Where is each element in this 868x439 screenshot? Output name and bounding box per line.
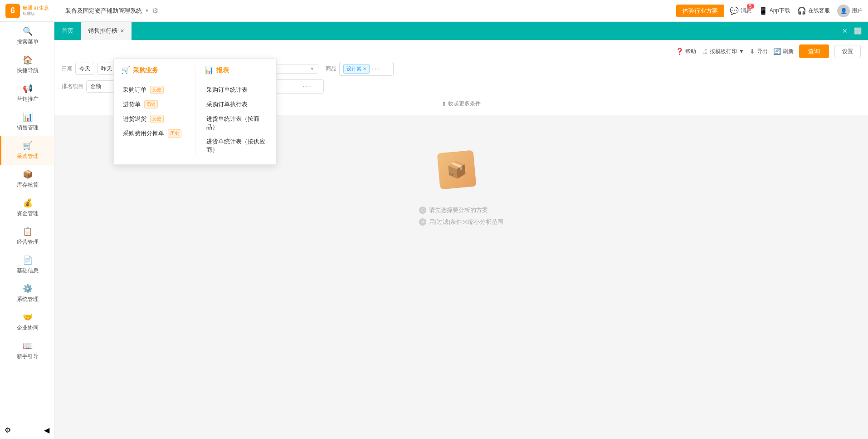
tab-maximize-icon[interactable]: ⬜ [852,25,863,36]
sidebar-item-guide-label: 新手引导 [17,353,39,360]
sidebar-item-guide[interactable]: 📖 新手引导 [0,336,54,365]
system-title-text: 装备及固定资产辅助管理系统 [65,7,142,15]
collapse-chevron-icon: ⬆ [442,101,446,107]
top-header: 6 畅通·好生意 标准版 装备及固定资产辅助管理系统 ▼ ⚙ 体验行业方案 💬 … [0,0,868,22]
sidebar-settings-icon[interactable]: ⚙ [5,426,11,434]
date-preset-today[interactable]: 今天 [75,63,94,75]
help-label: 帮助 [685,48,696,55]
sidebar-item-finance-label: 资金管理 [17,210,39,217]
enterprise-icon: 🤝 [23,312,33,322]
tab-bar-controls: ✕ ⬜ [840,25,868,36]
sidebar-item-operation[interactable]: 📋 经营管理 [0,222,54,251]
purchase-business-title-text: 采购业务 [133,66,158,74]
settings-btn[interactable]: 设置 [834,45,861,58]
arrival-history-badge[interactable]: 历史 [144,100,158,109]
tip-num-2: ② [419,218,426,226]
customer-more-icon[interactable]: ··· [302,82,312,91]
sidebar-item-quicknav[interactable]: 🏠 快捷导航 [0,50,54,79]
tab-sales-rank[interactable]: 销售排行榜 ✕ [81,22,132,40]
sidebar-collapse-icon[interactable]: ◀ [44,426,49,434]
goods-more-icon[interactable]: ··· [371,64,381,74]
system-settings-icon[interactable]: ⚙ [152,6,158,15]
stock-icon: 📦 [23,169,33,179]
goods-tag-1-close[interactable]: ✕ [363,66,366,71]
purchase-report-title-icon: 📊 [205,66,214,74]
sidebar-item-quicknav-label: 快捷导航 [17,67,39,74]
user-avatar: 👤 [837,5,850,17]
print-dropdown-icon[interactable]: ▼ [739,48,744,54]
online-service-action[interactable]: 🎧 在线客服 [797,6,830,15]
online-service-label: 在线客服 [808,7,830,15]
export-btn[interactable]: ⬇ 导出 [750,48,768,55]
sidebar-item-enterprise[interactable]: 🤝 企业协同 [0,308,54,336]
purchase-order-history-badge[interactable]: 历史 [150,86,164,94]
filter-toolbar: ❓ 帮助 🖨 按模板打印 ▼ ⬇ 导出 🔄 刷新 [62,44,861,58]
purchase-report-title: 📊 报表 [205,66,269,77]
rank-item-label: 排名项目 [62,83,83,90]
sidebar-item-stock[interactable]: 📦 库存核算 [0,165,54,193]
arrival-label: 进货单 [123,100,141,109]
goods-filter: 商品 设计素 ✕ ··· [326,62,394,76]
content-area: 首页 销售排行榜 ✕ ✕ ⬜ ❓ 帮助 [54,22,868,439]
arrival-stat-goods-item[interactable]: 进货单统计表（按商品） [205,112,269,134]
page-content: ❓ 帮助 🖨 按模板打印 ▼ ⬇ 导出 🔄 刷新 [54,40,868,439]
expense-history-badge[interactable]: 历史 [168,129,181,138]
tab-close-all-icon[interactable]: ✕ [840,25,849,36]
return-item[interactable]: 进货退货 历史 [121,112,186,126]
purchase-icon: 🛒 [23,141,33,151]
sidebar-item-operation-label: 经营管理 [17,238,39,246]
purchase-report-title-text: 报表 [216,66,229,74]
purchase-order-item[interactable]: 采购订单 历史 [121,83,186,97]
empty-tips: ① 请先选择要分析的方案 ② 用[过滤]条件来缩小分析范围 [419,204,503,228]
sidebar-item-sales-label: 销售管理 [17,124,39,132]
refresh-btn[interactable]: 🔄 刷新 [773,48,794,55]
sidebar-item-finance[interactable]: 💰 资金管理 [0,193,54,222]
sidebar-item-sales[interactable]: 📊 销售管理 [0,108,54,136]
query-btn[interactable]: 查询 [799,44,829,58]
sidebar-item-purchase-label: 采购管理 [17,153,39,160]
headset-icon: 🎧 [797,6,806,15]
goods-input[interactable]: 设计素 ✕ ··· [339,62,394,76]
order-stat-label: 采购订单统计表 [206,86,248,94]
voucher-status-chevron: ▼ [310,66,314,71]
rank-item-value: 金额 [90,83,101,90]
order-stat-item[interactable]: 采购订单统计表 [205,83,269,97]
arrival-stat-supplier-item[interactable]: 进货单统计表（按供应商） [205,134,269,157]
home-icon: 🏠 [23,55,33,65]
return-history-badge[interactable]: 历史 [150,115,164,123]
expense-item[interactable]: 采购费用分摊单 历史 [121,126,186,141]
finance-icon: 💰 [23,198,33,208]
app-download-action[interactable]: 📱 App下载 [759,6,790,15]
sidebar-item-basic[interactable]: 📄 基础信息 [0,251,54,279]
arrival-item[interactable]: 进货单 历史 [121,97,186,112]
tab-close-icon[interactable]: ✕ [120,28,124,34]
print-btn[interactable]: 🖨 按模板打印 ▼ [702,48,744,55]
sidebar-item-marketing[interactable]: 📢 营销推广 [0,79,54,108]
tab-home-label: 首页 [62,27,73,35]
tab-home[interactable]: 首页 [54,22,81,40]
empty-tip-1: 请先选择要分析的方案 [429,204,488,216]
sidebar-item-search[interactable]: 🔍 搜索菜单 [0,22,54,50]
sidebar-item-system-label: 系统管理 [17,296,39,303]
operation-icon: 📋 [23,227,33,237]
export-icon: ⬇ [750,48,755,55]
phone-icon: 📱 [759,6,768,15]
user-action[interactable]: 👤 用户 [837,5,863,17]
header-right: 💬 消息 5 📱 App下载 🎧 在线客服 👤 用户 [730,5,863,17]
system-title-dropdown-icon[interactable]: ▼ [145,8,149,13]
industry-btn[interactable]: 体验行业方案 [676,5,724,17]
purchase-report-col: 📊 报表 采购订单统计表 采购订单执行表 进货单统计表（按商品） 进货单统计表（… [205,66,269,157]
user-label: 用户 [852,7,863,15]
notification-action[interactable]: 💬 消息 5 [730,6,751,15]
help-btn[interactable]: ❓ 帮助 [676,48,696,55]
sidebar-item-marketing-label: 营销推广 [17,95,39,103]
help-icon: ❓ [676,48,683,55]
notification-icon: 💬 [730,6,739,15]
date-filter-label: 日期 [62,65,73,73]
print-label: 按模板打印 [710,48,737,55]
logo-badge: 标准版 [23,11,49,17]
export-label: 导出 [757,48,768,55]
order-exec-item[interactable]: 采购订单执行表 [205,97,269,112]
sidebar-item-purchase[interactable]: 🛒 采购管理 [0,136,54,165]
sidebar-item-system[interactable]: ⚙️ 系统管理 [0,279,54,308]
